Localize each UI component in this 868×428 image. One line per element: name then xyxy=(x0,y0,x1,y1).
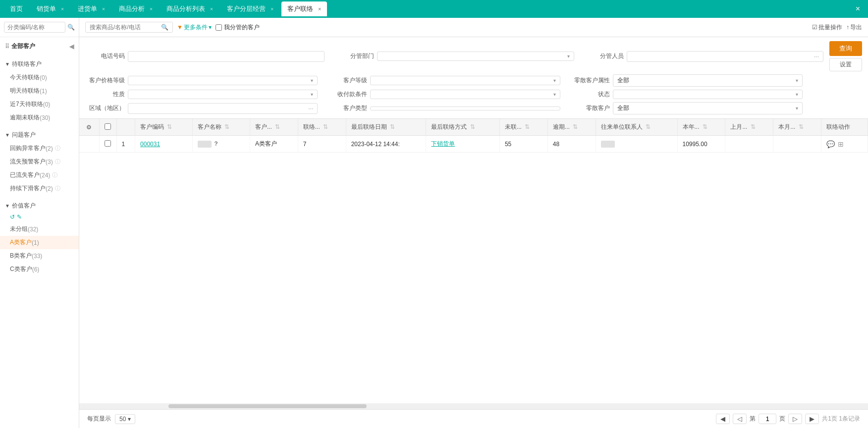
close-customer-contact-tab[interactable]: × xyxy=(318,6,321,12)
sidebar-item-7days[interactable]: 近7天待联络 (0) xyxy=(0,98,79,111)
customer-type-input-wrap[interactable] xyxy=(370,107,560,110)
no-contact-column-header[interactable]: 未联... ⇅ xyxy=(499,119,547,136)
code-column-header[interactable]: 客户编码 ⇅ xyxy=(135,119,193,136)
refresh-value-button[interactable]: ↺ xyxy=(10,214,15,220)
filter-customer-grade: 客户等级 ▾ xyxy=(327,76,560,85)
chat-action-icon[interactable]: 💬 xyxy=(826,140,835,148)
edit-value-button[interactable]: ✎ xyxy=(17,214,22,220)
this-year-column-header[interactable]: 本年... ⇅ xyxy=(677,119,725,136)
last-month-column-header[interactable]: 上月... ⇅ xyxy=(725,119,773,136)
main-search-input[interactable] xyxy=(90,24,159,31)
prev-page-button[interactable]: ◁ xyxy=(733,414,747,424)
this-month-column-header[interactable]: 本月... ⇅ xyxy=(773,119,821,136)
price-grade-select[interactable]: ▾ xyxy=(128,76,318,85)
query-button[interactable]: 查询 xyxy=(829,41,862,56)
page-size-selector[interactable]: 50 ▾ xyxy=(115,414,135,424)
global-close-button[interactable]: × xyxy=(852,2,864,15)
type-column-header[interactable]: 客户... ⇅ xyxy=(250,119,298,136)
nav-customer-segment[interactable]: 客户分层经营 × xyxy=(221,1,279,16)
sidebar: 🔍 ⠿ 全部客户 ◀ ▼ 待联络客户 今天待联络 (0) 明天待联络 (1) xyxy=(0,18,79,428)
last-page-button[interactable]: ▶ xyxy=(805,414,819,424)
nav-home[interactable]: 首页 xyxy=(4,1,29,16)
sidebar-search-icon[interactable]: 🔍 xyxy=(67,24,75,31)
name-column-header[interactable]: 客户名称 ⇅ xyxy=(192,119,250,136)
batch-operation-button[interactable]: ☑ 批量操作 xyxy=(812,23,842,32)
sidebar-item-churned[interactable]: 已流失客户 (24) ⓘ xyxy=(0,168,79,182)
filter-region: 区域（地区） ··· xyxy=(85,103,318,114)
region-input-wrap[interactable]: ··· xyxy=(128,103,318,114)
row-last-contact-method[interactable]: 下销货单 xyxy=(426,136,499,153)
customer-grade-label: 客户等级 xyxy=(327,76,367,85)
close-product-analysis-list-tab[interactable]: × xyxy=(210,6,213,12)
last-contact-date-column-header[interactable]: 最后联络日期 ⇅ xyxy=(346,119,426,136)
settings-button[interactable]: 设置 xyxy=(829,58,862,71)
sidebar-item-churn-warning[interactable]: 流失预警客户 (3) ⓘ xyxy=(0,155,79,168)
status-select[interactable]: ▾ xyxy=(613,90,803,99)
page-number-input[interactable] xyxy=(759,414,776,424)
sidebar-item-declining[interactable]: 持续下滑客户 (2) ⓘ xyxy=(0,182,79,195)
nature-select[interactable]: ▾ xyxy=(128,90,318,99)
filter-phone: 电话号码 xyxy=(85,51,325,62)
next-page-button[interactable]: ▷ xyxy=(788,414,802,424)
manager-input-wrap[interactable]: ··· xyxy=(627,51,823,62)
my-customers-check[interactable] xyxy=(216,24,222,31)
close-customer-segment-tab[interactable]: × xyxy=(271,6,273,12)
retail-attr-select[interactable]: 全部 ▾ xyxy=(613,74,803,87)
sidebar-item-tomorrow[interactable]: 明天待联络 (1) xyxy=(0,84,79,98)
contact-count-column-header[interactable]: 联络... ⇅ xyxy=(298,119,346,136)
phone-input[interactable] xyxy=(132,53,320,60)
close-purchase-tab[interactable]: × xyxy=(102,6,105,12)
sidebar-problem-title[interactable]: ▼ 问题客户 xyxy=(0,128,79,142)
filter-customer-type: 客户类型 xyxy=(327,104,560,112)
checkbox-column-header[interactable] xyxy=(99,119,116,136)
search-icon[interactable]: 🔍 xyxy=(161,24,168,31)
phone-input-wrap[interactable] xyxy=(128,51,325,62)
nav-sales[interactable]: 销货单 × xyxy=(31,1,70,16)
horizontal-scrollbar[interactable] xyxy=(79,403,868,409)
row-name[interactable]: ？ xyxy=(192,136,250,153)
dept-select-wrap[interactable]: ▾ xyxy=(377,52,574,61)
data-table-wrap: ⚙ 客户编码 ⇅ 客户名称 ⇅ xyxy=(79,119,868,403)
sidebar-value-title[interactable]: ▼ 价值客户 xyxy=(0,199,79,213)
scrollbar-thumb[interactable] xyxy=(168,404,367,408)
retail-customer-select[interactable]: 全部 ▾ xyxy=(613,102,803,114)
first-page-button[interactable]: ◀ xyxy=(716,414,730,424)
close-product-analysis-tab[interactable]: × xyxy=(150,6,153,12)
nav-product-analysis[interactable]: 商品分析 × xyxy=(113,1,159,16)
row-select-checkbox[interactable] xyxy=(105,140,111,147)
sidebar-pending-title[interactable]: ▼ 待联络客户 xyxy=(0,57,79,71)
filter-row-2: 客户价格等级 ▾ 客户等级 ▾ 零散客户属性 全部 xyxy=(85,74,862,87)
payment-select[interactable]: ▾ xyxy=(370,90,560,99)
more-filters-button[interactable]: ▼ 更多条件 ▾ xyxy=(177,23,212,32)
unit-contact-sort-icon: ⇅ xyxy=(646,123,651,130)
customer-grade-arrow-icon: ▾ xyxy=(553,78,556,83)
close-sales-tab[interactable]: × xyxy=(61,6,64,12)
row-code[interactable]: 000031 xyxy=(135,136,193,153)
export-button[interactable]: ↑ 导出 xyxy=(846,23,862,32)
main-search-box[interactable]: 🔍 xyxy=(85,22,173,33)
sidebar-all-customers-title[interactable]: ⠿ 全部客户 ◀ xyxy=(0,39,79,54)
nav-product-analysis-list[interactable]: 商品分析列表 × xyxy=(161,1,219,16)
qr-action-icon[interactable]: ⊞ xyxy=(838,140,844,148)
select-all-checkbox[interactable] xyxy=(105,123,111,130)
my-customers-checkbox[interactable]: 我分管的客户 xyxy=(216,23,260,32)
row-checkbox[interactable] xyxy=(99,136,116,153)
sidebar-item-overdue[interactable]: 逾期未联络 (30) xyxy=(0,111,79,124)
sidebar-item-class-c[interactable]: C类客户 (6) xyxy=(0,263,79,276)
customer-grade-select[interactable]: ▾ xyxy=(370,76,560,85)
sidebar-item-class-b[interactable]: B类客户 (33) xyxy=(0,249,79,263)
sidebar-item-class-a[interactable]: A类客户 (1) xyxy=(0,236,79,249)
nav-customer-contact[interactable]: 客户联络 × xyxy=(281,1,327,16)
nav-purchase[interactable]: 进货单 × xyxy=(72,1,111,16)
sidebar-item-today[interactable]: 今天待联络 (0) xyxy=(0,71,79,84)
sidebar-item-abnormal[interactable]: 回购异常客户 (2) ⓘ xyxy=(0,142,79,155)
row-this-month xyxy=(773,136,821,153)
batch-op-icon: ☑ xyxy=(812,24,817,31)
unit-contact-column-header[interactable]: 往来单位联系人 ⇅ xyxy=(596,119,677,136)
sidebar-item-unclassified[interactable]: 未分组 (32) xyxy=(0,222,79,236)
filter-actions: 查询 设置 xyxy=(829,41,862,71)
sidebar-search-input[interactable] xyxy=(4,22,65,33)
last-contact-method-column-header[interactable]: 最后联络方式 ⇅ xyxy=(426,119,499,136)
overdue-column-header[interactable]: 逾期... ⇅ xyxy=(547,119,596,136)
gear-column-header[interactable]: ⚙ xyxy=(79,119,99,136)
